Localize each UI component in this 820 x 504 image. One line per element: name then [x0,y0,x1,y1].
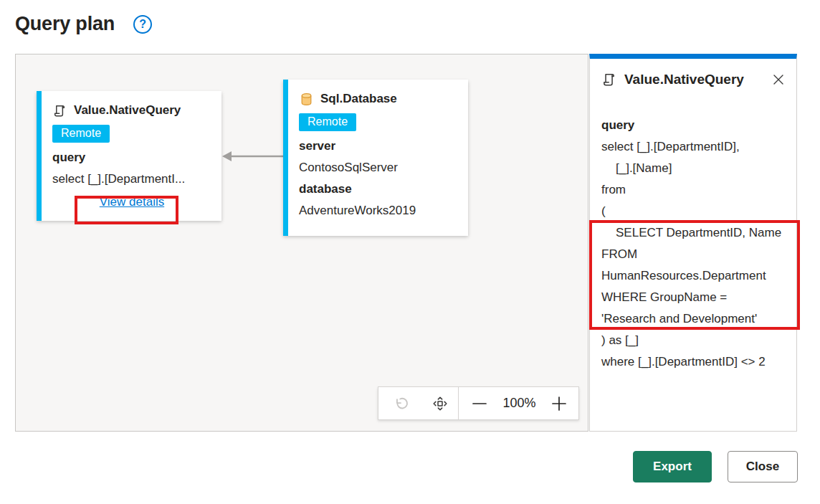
zoom-out-button[interactable] [459,387,500,419]
query-line: from [601,179,795,201]
remote-badge: Remote [52,125,110,143]
query-line: query [601,115,795,136]
query-text: query select [_].[DepartmentID], [_].[Na… [601,115,795,373]
query-line: WHERE GroupName = [601,287,795,308]
reset-view-button[interactable] [378,387,423,419]
help-icon[interactable]: ? [133,15,152,34]
node-link-row: View details [52,191,211,213]
remote-badge: Remote [299,113,356,131]
field-value: select [_].[DepartmentI... [52,168,211,190]
close-icon [772,73,785,86]
node-value-nativequery[interactable]: Value.NativeQuery Remote query select [_… [37,91,221,221]
query-line: HumanResources.Department [601,265,795,287]
page-title: Query plan [15,13,115,35]
query-line: [_].[Name] [601,158,795,179]
query-line: where [_].[DepartmentID] <> 2 [601,351,795,373]
query-line: ) as [_] [601,330,795,351]
plus-icon [550,395,568,412]
node-title: Value.NativeQuery [74,103,181,118]
query-plan-canvas[interactable]: Value.NativeQuery Remote query select [_… [15,54,588,432]
panel-close-button[interactable] [768,69,789,90]
field-label: server [299,135,458,157]
field-value: AdventureWorks2019 [299,200,458,222]
details-panel-header: Value.NativeQuery [601,69,789,90]
details-panel: Value.NativeQuery query select [_].[Depa… [589,54,797,432]
node-title: Sql.Database [320,92,397,106]
details-panel-title: Value.NativeQuery [624,72,761,87]
query-line: 'Research and Development' [601,308,795,330]
fit-to-view-button[interactable] [423,387,459,419]
database-icon [299,92,314,107]
field-label: database [299,179,458,200]
node-title-row: Value.NativeQuery [52,100,211,121]
query-line: ( [601,201,795,222]
node-title-row: Sql.Database [299,88,458,110]
node-sql-database[interactable]: Sql.Database Remote server ContosoSqlSer… [283,80,468,236]
zoom-level: 100% [500,387,540,419]
edge-arrow-icon [221,148,283,165]
export-button[interactable]: Export [633,451,712,482]
query-plan-dialog: Query plan ? Value.NativeQuery Remote qu… [0,0,820,504]
field-value: ContosoSqlServer [299,157,458,179]
script-scroll-icon [601,72,617,87]
query-line: SELECT DepartmentID, Name [601,222,795,244]
close-button[interactable]: Close [728,451,798,482]
zoom-in-button[interactable] [539,387,578,419]
view-details-link[interactable]: View details [100,195,164,209]
header: Query plan ? [15,13,152,35]
undo-icon [393,396,409,412]
zoom-toolbar: 100% [378,386,579,420]
query-line: select [_].[DepartmentID], [601,136,795,158]
script-scroll-icon [52,103,67,118]
fit-view-icon [432,396,448,412]
query-line: FROM [601,244,795,265]
help-glyph: ? [139,18,146,31]
field-label: query [52,147,211,168]
minus-icon [471,395,488,412]
